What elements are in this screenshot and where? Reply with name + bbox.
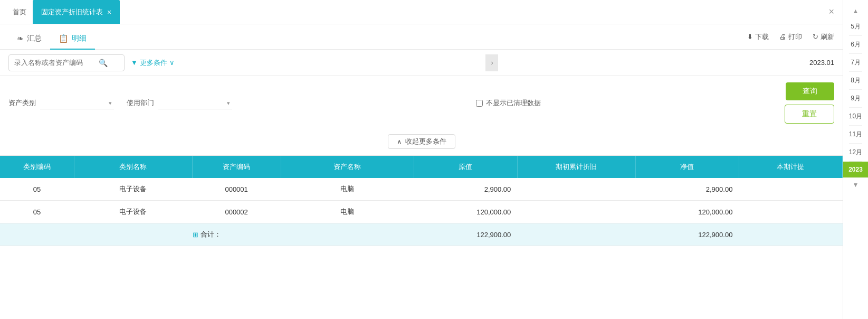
month-button[interactable]: 9月 [849, 90, 862, 108]
total-label-text: 合计： [201, 230, 221, 239]
active-year-badge[interactable]: 2023 [843, 162, 868, 178]
total-net-value: 122,900.00 [635, 223, 739, 246]
month-button[interactable]: 8月 [849, 72, 862, 90]
month-button[interactable]: 7月 [849, 54, 862, 72]
cell-current-period [739, 201, 842, 223]
total-original-value: 122,900.00 [414, 223, 517, 246]
col-header-category-code: 类别编码 [0, 156, 74, 178]
cell-original-value: 2,900.00 [414, 178, 517, 201]
cell-category-code: 05 [0, 178, 74, 201]
refresh-icon: ↻ [813, 33, 818, 41]
cell-category-code: 05 [0, 201, 74, 223]
total-icon: ⊞ [193, 231, 198, 239]
date-display: 2023.01 [809, 59, 834, 67]
tab-summary[interactable]: ❧ 汇总 [8, 29, 50, 50]
search-input[interactable] [14, 59, 99, 67]
cell-asset-name: 电脑 [281, 201, 414, 223]
reset-button[interactable]: 重置 [785, 105, 834, 124]
table-row[interactable]: 05 电子设备 000002 电脑 120,000.00 120,000.00 [0, 201, 843, 223]
cell-asset-code: 000002 [192, 201, 281, 223]
tab-detail-label: 明细 [72, 34, 87, 43]
table-container: 类别编码 类别名称 资产编码 资产名称 原值 期初累计折旧 净值 本期计提 05… [0, 156, 843, 319]
refresh-button[interactable]: ↻ 刷新 [813, 32, 834, 42]
use-dept-select[interactable] [158, 97, 232, 109]
month-button[interactable]: 6月 [849, 36, 862, 54]
table-header-row: 类别编码 类别名称 资产编码 资产名称 原值 期初累计折旧 净值 本期计提 [0, 156, 843, 178]
search-icon: 🔍 [99, 59, 108, 67]
month-button[interactable]: 5月 [849, 18, 862, 36]
hide-cleared-filter: 不显示已清理数据 [476, 98, 541, 108]
month-button[interactable]: 10月 [849, 108, 862, 126]
use-dept-filter: 使用部门 [127, 97, 232, 109]
scroll-down-button[interactable]: ▼ [843, 178, 868, 192]
window-close-button[interactable]: × [828, 6, 834, 17]
hide-cleared-label: 不显示已清理数据 [486, 98, 541, 108]
cell-current-period [739, 178, 842, 201]
total-row: ⊞ 合计： 122,900.00 122,900.00 [0, 223, 843, 246]
asset-type-label: 资产类别 [8, 98, 36, 108]
cell-asset-name: 电脑 [281, 178, 414, 201]
print-button[interactable]: 🖨 打印 [779, 32, 802, 42]
total-label-cell: ⊞ 合计： [0, 223, 414, 246]
cell-category-name: 电子设备 [74, 178, 192, 201]
nav-tab-label: 固定资产折旧统计表 [41, 7, 103, 17]
filter-icon: ▼ [131, 59, 138, 67]
cell-net-value: 120,000.00 [635, 201, 739, 223]
cell-accumulated-depreciation [517, 201, 635, 223]
summary-icon: ❧ [17, 34, 24, 43]
search-input-wrap: 🔍 [8, 54, 125, 71]
nav-home[interactable]: 首页 [8, 7, 31, 17]
col-header-net-value: 净值 [635, 156, 739, 178]
col-header-accumulated-depreciation: 期初累计折旧 [517, 156, 635, 178]
total-accumulated-depreciation [517, 223, 635, 246]
data-table: 类别编码 类别名称 资产编码 资产名称 原值 期初累计折旧 净值 本期计提 05… [0, 156, 843, 246]
nav-tab[interactable]: 固定资产折旧统计表 × [33, 0, 120, 24]
hide-cleared-checkbox[interactable] [476, 100, 483, 107]
col-header-current-period: 本期计提 [739, 156, 842, 178]
detail-icon: 📋 [59, 34, 69, 43]
col-header-asset-code: 资产编码 [192, 156, 281, 178]
cell-net-value: 2,900.00 [635, 178, 739, 201]
table-row[interactable]: 05 电子设备 000001 电脑 2,900.00 2,900.00 [0, 178, 843, 201]
use-dept-label: 使用部门 [127, 98, 154, 108]
cell-asset-code: 000001 [192, 178, 281, 201]
total-current-period [739, 223, 842, 246]
col-header-original-value: 原值 [414, 156, 517, 178]
right-sidebar: ▲ 5月6月7月8月9月10月11月12月 2023 ▼ [843, 0, 868, 319]
query-button[interactable]: 查询 [786, 82, 834, 100]
collapse-button[interactable]: ∧ 收起更多条件 [388, 134, 455, 149]
collapse-icon: ∧ [397, 138, 402, 146]
chevron-right-button[interactable]: › [485, 54, 498, 71]
tab-summary-label: 汇总 [27, 34, 42, 43]
scroll-up-button[interactable]: ▲ [843, 4, 868, 18]
col-header-asset-name: 资产名称 [281, 156, 414, 178]
collapse-label: 收起更多条件 [405, 137, 446, 146]
asset-type-select[interactable] [40, 97, 114, 109]
asset-type-filter: 资产类别 [8, 97, 114, 109]
chevron-down-icon: ∨ [169, 59, 175, 67]
col-header-category-name: 类别名称 [74, 156, 192, 178]
download-button[interactable]: ⬇ 下载 [747, 32, 769, 42]
more-conditions-button[interactable]: ▼ 更多条件 ∨ [131, 58, 175, 68]
print-icon: 🖨 [779, 33, 786, 41]
cell-original-value: 120,000.00 [414, 201, 517, 223]
tab-detail[interactable]: 📋 明细 [50, 29, 95, 50]
month-button[interactable]: 11月 [849, 126, 862, 144]
month-button[interactable]: 12月 [849, 144, 862, 162]
download-icon: ⬇ [747, 33, 753, 41]
cell-accumulated-depreciation [517, 178, 635, 201]
nav-tab-close[interactable]: × [107, 8, 111, 16]
cell-category-name: 电子设备 [74, 201, 192, 223]
